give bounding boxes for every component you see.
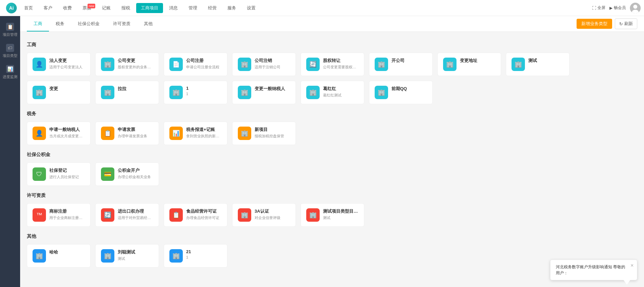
card-desc-card-apply-invoice: 办理申请发票业务 — [118, 134, 153, 139]
card-card-lala[interactable]: 🏢拉拉 — [95, 81, 159, 104]
cards-grid-xuke-section: ™商标注册用于企业商标注册服务🔄进出口权办理适用于对外贸易经营者📋食品经营许可证… — [27, 203, 637, 227]
card-info-card-test-project-type: 测试项目类型目定义测试 — [323, 208, 359, 220]
card-desc-card-3a-cert: 对企业信誉评级 — [255, 215, 290, 220]
card-card-haha[interactable]: 🏢哈哈 — [27, 244, 91, 268]
card-card-liu-ce-test[interactable]: 🏢刘聪测试测试 — [95, 244, 159, 268]
card-desc-card-tax-report: 拿到营业执照的新公司 — [186, 134, 222, 139]
nav-item-service[interactable]: 服务 — [223, 3, 241, 13]
nav-item-customer[interactable]: 客户 — [39, 3, 57, 13]
nav-badge-ticket: new — [88, 4, 95, 8]
new-type-button[interactable]: 新增业务类型 — [577, 19, 612, 29]
card-card-apply-invoice[interactable]: 📋申请发票办理申请发票业务 — [95, 122, 159, 145]
tab-other[interactable]: 其他 — [137, 16, 159, 31]
card-info-card-test: 测试 — [528, 58, 564, 65]
card-desc-card-new-project: 报税加税控盘保管 — [255, 134, 290, 139]
card-desc-card-liu-ce-test: 测试 — [118, 256, 153, 261]
card-desc-card-social-reg: 进行人员社保登记 — [49, 174, 85, 180]
section-shebao-section: 社保公积金🛡社保登记进行人员社保登记💳公积金开户办理公积金相关业务 — [27, 152, 637, 186]
card-title-card-test-project-type: 测试项目类型目定义 — [323, 208, 359, 214]
card-desc-card-fund-open: 办理公积金相关业务 — [118, 174, 153, 180]
tab-xuke[interactable]: 许可资质 — [106, 16, 137, 31]
notification-popup: × 河北税务数字账户升级影响通知 尊敬的用户： — [550, 260, 637, 280]
sidebar-item-project-manage[interactable]: 📋项目管理 — [0, 19, 20, 41]
card-card-trademark[interactable]: ™商标注册用于企业商标注册服务 — [27, 203, 91, 227]
sidebar-item-progress-monitor[interactable]: 📊进度监测 — [0, 62, 20, 83]
card-card-company-cancel[interactable]: 🏢公司注销适用于注销公司 — [232, 53, 296, 76]
nav-item-operation[interactable]: 经营 — [203, 3, 221, 13]
card-icon-card-apply-invoice: 📋 — [101, 127, 114, 140]
sidebar-label-project-type: 项目类型 — [3, 53, 17, 58]
card-icon-card-open-company: 🏢 — [375, 58, 388, 71]
nav-item-billing[interactable]: 收费 — [58, 3, 76, 13]
tab-gongshang[interactable]: 工商 — [27, 16, 49, 31]
card-card-social-reg[interactable]: 🛡社保登记进行人员社保登记 — [27, 162, 91, 186]
card-info-card-company-change: 公司变更股权变更外的业务变更 — [118, 58, 153, 70]
cards-grid-gongshang-section: 👤法人变更适用于公司变更法人🏢公司变更股权变更外的业务变更📄公司注册申请公司注册… — [27, 53, 637, 104]
card-info-card-1: 11 — [186, 86, 222, 96]
card-info-card-tax-report: 税务报道+记账拿到营业执照的新公司 — [186, 127, 222, 139]
card-info-card-change-taxpayer: 变更一般纳税人 — [255, 86, 290, 93]
card-card-tax-report[interactable]: 📊税务报道+记账拿到营业执照的新公司 — [164, 122, 227, 145]
card-card-change-address[interactable]: 🏢变更地址 — [437, 53, 501, 76]
card-icon-card-company-reg: 📄 — [169, 58, 183, 71]
sidebar-item-project-type[interactable]: 🏷项目类型 — [0, 41, 20, 62]
card-info-card-social-reg: 社保登记进行人员社保登记 — [49, 167, 85, 180]
card-title-card-company-change: 公司变更 — [118, 58, 153, 64]
section-xuke-section: 许可资质™商标注册用于企业商标注册服务🔄进出口权办理适用于对外贸易经营者📋食品经… — [27, 193, 637, 227]
tab-shebao[interactable]: 社保公积金 — [71, 16, 106, 31]
member-label: 畅会员 — [614, 5, 626, 11]
card-icon-card-21: 🏢 — [169, 249, 183, 263]
card-card-fund-open[interactable]: 💳公积金开户办理公积金相关业务 — [95, 162, 159, 186]
card-icon-card-1: 🏢 — [169, 86, 183, 99]
card-desc-card-company-cancel: 适用于注销公司 — [255, 65, 290, 70]
tab-actions: 新增业务类型 ↻ 刷新 — [577, 18, 637, 29]
fullscreen-btn[interactable]: ⛶ 全屏 — [592, 5, 605, 11]
card-card-new-project[interactable]: 🏢新项目报税加税控盘保管 — [232, 122, 296, 145]
card-card-stock-transfer[interactable]: 🔄股权转让公司变更需要股权转让 — [301, 53, 364, 76]
refresh-button[interactable]: ↻ 刷新 — [615, 18, 637, 29]
nav-item-accounting[interactable]: 记账 — [97, 3, 115, 13]
card-info-card-stock-transfer: 股权转让公司变更需要股权转让 — [323, 58, 359, 70]
card-card-change-taxpayer[interactable]: 🏢变更一般纳税人 — [232, 81, 296, 104]
card-card-prev-qq[interactable]: 🏢前期QQ — [369, 81, 433, 104]
section-other-section: 其他🏢哈哈🏢刘聪测试测试🏢211 — [27, 233, 637, 268]
card-card-legal-change[interactable]: 👤法人变更适用于公司变更法人 — [27, 53, 91, 76]
notification-close-btn[interactable]: × — [631, 263, 634, 269]
tab-shuiwu[interactable]: 税务 — [49, 16, 71, 31]
card-card-open-company[interactable]: 🏢开公司 — [369, 53, 433, 76]
nav-item-message[interactable]: 消息 — [164, 3, 182, 13]
card-card-3a-cert[interactable]: 🏢3A认证对企业信誉评级 — [232, 203, 296, 227]
nav-item-manage[interactable]: 管理 — [184, 3, 202, 13]
card-icon-card-change: 🏢 — [33, 86, 46, 99]
card-card-21[interactable]: 🏢211 — [164, 244, 227, 268]
nav-item-settings[interactable]: 设置 — [242, 3, 260, 13]
user-avatar[interactable] — [630, 3, 641, 13]
card-desc-card-21: 1 — [186, 255, 222, 259]
card-card-company-reg[interactable]: 📄公司注册申请公司注册全流程 — [164, 53, 227, 76]
app-logo[interactable]: Ai — [3, 0, 19, 16]
tab-items: 工商税务社保公积金许可资质其他 — [27, 16, 159, 31]
nav-item-tax[interactable]: 报税 — [117, 3, 135, 13]
card-icon-card-food-license: 📋 — [169, 208, 183, 222]
card-card-food-license[interactable]: 📋食品经营许可证办理食品经营许可证 — [164, 203, 227, 227]
cards-grid-shebao-section: 🛡社保登记进行人员社保登记💳公积金开户办理公积金相关业务 — [27, 162, 637, 186]
nav-item-home[interactable]: 首页 — [19, 3, 38, 13]
card-card-apply-taxpayer[interactable]: 👤申请一般纳税人当月或次月成变更完成 — [27, 122, 91, 145]
card-card-import-export[interactable]: 🔄进出口权办理适用于对外贸易经营者 — [95, 203, 159, 227]
member-btn[interactable]: ▶ 畅会员 — [609, 5, 626, 11]
card-card-test-project-type[interactable]: 🏢测试项目类型目定义测试 — [301, 203, 364, 227]
sidebar: 📋项目管理🏷项目类型📊进度监测 — [0, 16, 20, 287]
card-card-change[interactable]: 🏢变更 — [27, 81, 91, 104]
card-card-test[interactable]: 🏢测试 — [506, 53, 570, 76]
cards-grid-other-section: 🏢哈哈🏢刘聪测试测试🏢211 — [27, 244, 637, 268]
card-title-card-1: 1 — [186, 86, 222, 91]
card-icon-card-company-change: 🏢 — [101, 58, 114, 71]
card-card-gehonghong[interactable]: 🏢葛红红葛红红测试 — [301, 81, 364, 104]
section-title-shebao-section: 社保公积金 — [27, 152, 637, 158]
nav-item-ticket[interactable]: 票据new — [78, 3, 96, 13]
notification-arrow — [624, 280, 630, 285]
nav-item-bizproject[interactable]: 工商项目 — [136, 3, 163, 13]
card-title-card-change: 变更 — [49, 86, 85, 92]
card-card-company-change[interactable]: 🏢公司变更股权变更外的业务变更 — [95, 53, 159, 76]
card-card-1[interactable]: 🏢11 — [164, 81, 227, 104]
